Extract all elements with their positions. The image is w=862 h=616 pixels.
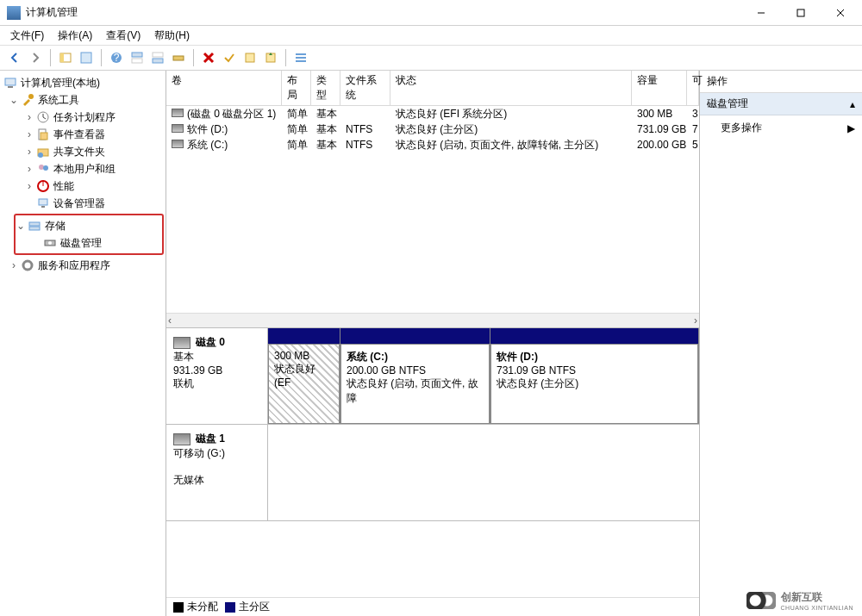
highlight-annotation: ⌄ 存储 磁盘管理 <box>14 214 164 255</box>
chevron-right-icon[interactable]: › <box>24 111 34 123</box>
disk-row[interactable]: 磁盘 0 基本 931.39 GB 联机 300 MB 状态良好 (EF <box>166 328 699 425</box>
col-volume[interactable]: 卷 <box>166 71 282 105</box>
legend-swatch-unalloc <box>173 602 184 613</box>
settings-button[interactable] <box>169 48 188 67</box>
volume-row[interactable]: 系统 (C:) 简单 基本 NTFS 状态良好 (启动, 页面文件, 故障转储,… <box>166 137 699 152</box>
disk-icon <box>173 337 191 349</box>
main-area: 计算机管理(本地) ⌄ 系统工具 › 任务计划程序 › 事件查看器 › 共享文件… <box>0 71 862 616</box>
col-layout[interactable]: 布局 <box>282 71 311 105</box>
toolbar: ? <box>0 45 862 71</box>
chevron-right-icon[interactable]: › <box>24 146 34 158</box>
close-button[interactable] <box>821 0 860 26</box>
rescan-icon[interactable] <box>261 48 280 67</box>
tree-item-event-viewer[interactable]: › 事件查看器 <box>0 126 166 143</box>
tree-item-performance[interactable]: › 性能 <box>0 177 166 195</box>
toolbar-sep <box>50 49 51 66</box>
volume-icon <box>172 124 184 133</box>
maximize-button[interactable] <box>781 0 821 26</box>
list-icon[interactable] <box>291 48 310 67</box>
chevron-down-icon[interactable]: ⌄ <box>16 220 26 232</box>
tree-item-shared-folders[interactable]: › 共享文件夹 <box>0 143 166 160</box>
view-bottom-button[interactable] <box>148 48 167 67</box>
disk-graphical-view: 磁盘 0 基本 931.39 GB 联机 300 MB 状态良好 (EF <box>166 327 699 597</box>
view-top-button[interactable] <box>128 48 147 67</box>
tree-label: 存储 <box>45 219 66 233</box>
collapse-icon[interactable]: ▴ <box>850 98 855 110</box>
delete-icon[interactable] <box>199 48 218 67</box>
disk-mgmt-icon <box>43 236 57 250</box>
svg-rect-36 <box>29 227 40 230</box>
center-panel: 卷 布局 类型 文件系统 状态 容量 可 (磁盘 0 磁盘分区 1) 简单 基本… <box>166 71 700 616</box>
partition-strip: 300 MB 状态良好 (EF 系统 (C:) 200.00 GB NTFS 状… <box>268 328 699 424</box>
volume-table: (磁盘 0 磁盘分区 1) 简单 基本 状态良好 (EFI 系统分区) 300 … <box>166 106 699 313</box>
tree-label: 共享文件夹 <box>53 145 105 159</box>
svg-rect-21 <box>5 78 16 85</box>
tree-item-device-manager[interactable]: 设备管理器 <box>0 195 166 212</box>
col-status[interactable]: 状态 <box>390 71 632 105</box>
minimize-button[interactable] <box>741 0 781 26</box>
disk-info: 磁盘 0 基本 931.39 GB 联机 <box>166 328 268 424</box>
tree-item-services[interactable]: › 服务和应用程序 <box>0 257 166 274</box>
watermark-text: 创新互联 <box>781 590 853 605</box>
part-size: 300 MB <box>274 350 334 362</box>
tree-item-disk-management[interactable]: 磁盘管理 <box>16 234 162 252</box>
toolbar-sep <box>101 49 102 66</box>
tree-item-system-tools[interactable]: ⌄ 系统工具 <box>0 91 166 109</box>
back-button[interactable] <box>5 48 24 67</box>
svg-point-28 <box>38 152 43 158</box>
tree-root[interactable]: 计算机管理(本地) <box>0 74 166 91</box>
legend-swatch-primary <box>225 602 235 613</box>
title-bar: 计算机管理 <box>0 0 862 26</box>
tree-item-local-users[interactable]: › 本地用户和组 <box>0 160 166 177</box>
users-icon <box>36 162 50 176</box>
tree-label: 设备管理器 <box>53 196 105 211</box>
action-more[interactable]: 更多操作 ▶ <box>700 115 862 140</box>
partition-efi[interactable]: 300 MB 状态良好 (EF <box>268 328 340 424</box>
menu-help[interactable]: 帮助(H) <box>149 27 195 45</box>
svg-rect-6 <box>81 53 91 63</box>
show-hide-tree-button[interactable] <box>56 48 75 67</box>
forward-button[interactable] <box>26 48 45 67</box>
chevron-right-icon[interactable]: › <box>24 128 34 140</box>
menu-file[interactable]: 文件(F) <box>5 27 49 45</box>
col-capacity[interactable]: 容量 <box>632 71 687 105</box>
svg-rect-35 <box>29 222 40 226</box>
menu-action[interactable]: 操作(A) <box>53 27 97 45</box>
watermark-sub: CHUANG XINTIANLIAN <box>781 605 853 611</box>
chevron-right-icon[interactable]: › <box>24 163 34 175</box>
chevron-down-icon[interactable]: ⌄ <box>9 94 19 106</box>
disk-label: 磁盘 1 <box>196 432 225 445</box>
tree-item-storage[interactable]: ⌄ 存储 <box>16 217 162 234</box>
vol-cap: 731.09 GB <box>632 123 687 135</box>
disk-label: 磁盘 0 <box>196 336 225 348</box>
tree-label: 服务和应用程序 <box>38 258 110 273</box>
svg-text:?: ? <box>114 52 120 64</box>
refresh-icon[interactable] <box>240 48 259 67</box>
chevron-right-icon[interactable]: › <box>24 180 34 192</box>
vol-status: 状态良好 (主分区) <box>390 122 632 137</box>
help-button[interactable]: ? <box>107 48 126 67</box>
partition-c[interactable]: 系统 (C:) 200.00 GB NTFS 状态良好 (启动, 页面文件, 故… <box>340 328 490 424</box>
disk-row[interactable]: 磁盘 1 可移动 (G:) 无媒体 <box>166 425 699 521</box>
disk-size: 931.39 GB <box>173 364 260 376</box>
properties-button[interactable] <box>77 48 96 67</box>
tree-label: 性能 <box>53 179 74 194</box>
tree-label: 磁盘管理 <box>60 236 102 251</box>
menu-view[interactable]: 查看(V) <box>101 27 146 45</box>
toolbar-sep <box>285 49 286 66</box>
col-fs[interactable]: 文件系统 <box>340 71 390 105</box>
partition-d[interactable]: 软件 (D:) 731.09 GB NTFS 状态良好 (主分区) <box>490 328 699 424</box>
vol-cap: 300 MB <box>632 108 687 120</box>
actions-section[interactable]: 磁盘管理 ▴ <box>700 93 862 115</box>
svg-rect-18 <box>296 53 306 55</box>
check-icon[interactable] <box>220 48 239 67</box>
volume-row[interactable]: (磁盘 0 磁盘分区 1) 简单 基本 状态良好 (EFI 系统分区) 300 … <box>166 106 699 121</box>
col-type[interactable]: 类型 <box>311 71 340 105</box>
col-free[interactable]: 可 <box>687 71 699 105</box>
tree-item-task-scheduler[interactable]: › 任务计划程序 <box>0 109 166 126</box>
vol-type: 基本 <box>311 138 340 152</box>
chevron-right-icon[interactable]: › <box>9 259 19 271</box>
volume-row[interactable]: 软件 (D:) 简单 基本 NTFS 状态良好 (主分区) 731.09 GB … <box>166 121 699 137</box>
tree-root-label: 计算机管理(本地) <box>21 76 100 90</box>
horizontal-scrollbar[interactable]: ‹› <box>166 313 699 327</box>
